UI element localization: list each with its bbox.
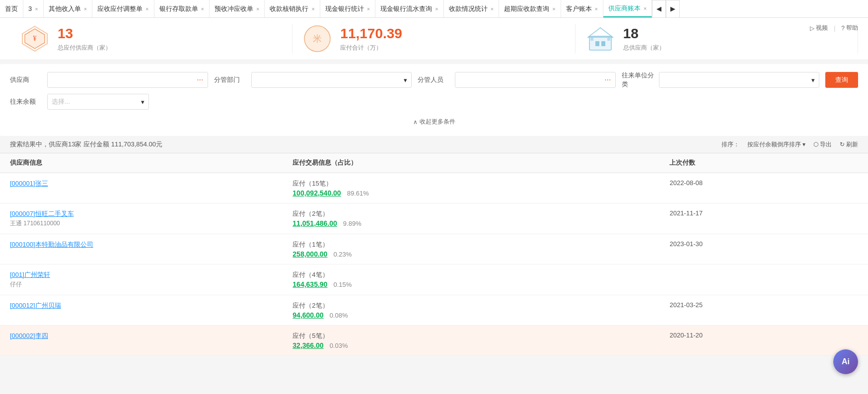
nav-tab-customer-book[interactable]: 客户账本 × <box>561 0 603 17</box>
trans-label: 应付（2笔） <box>292 301 669 310</box>
supplier-cell: [000012]广州贝瑞 <box>10 301 292 310</box>
supplier-cell: [001]广州荣轩 仔仔 <box>10 270 292 289</box>
dept-select[interactable]: ▾ <box>251 72 412 88</box>
last-pay-cell: 2021-03-25 <box>669 301 858 309</box>
stat-payable-amount: 米 11,170.39 应付合计（万） <box>292 24 575 54</box>
svg-rect-7 <box>595 41 599 46</box>
nav-tab-cash-bank-stat[interactable]: 现金银行统计 × <box>320 0 375 17</box>
results-right: 排序： 按应付余额倒序排序 ▾ ⬡ 导出 ↻ 刷新 <box>722 140 858 149</box>
stat-info-total: 18 总供应商（家） <box>623 26 665 52</box>
help-link[interactable]: ? 帮助 <box>841 24 858 32</box>
nav-tab-cash-bank-flow[interactable]: 现金银行流水查询 × <box>375 0 443 17</box>
svg-rect-9 <box>590 38 593 41</box>
trans-amount[interactable]: 32,366.00 <box>292 341 323 349</box>
top-navigation: 首页 3 × 其他收入单 × 应收应付调整单 × 银行存取款单 × 预收冲应收单… <box>0 0 868 18</box>
supplier-link[interactable]: [000007]恒旺二手叉车 <box>10 209 292 218</box>
stat-info-amount: 11,170.39 应付合计（万） <box>340 26 402 52</box>
nav-arrow-right[interactable]: ▶ <box>666 0 680 18</box>
wheat-icon: 米 <box>302 24 332 54</box>
person-label: 分管人员 <box>418 75 455 84</box>
sort-label: 排序： <box>722 140 739 149</box>
stat-amount-number: 11,170.39 <box>340 26 402 42</box>
results-bar: 搜索结果中，供应商13家 应付金额 111,703,854.00元 排序： 按应… <box>0 136 868 153</box>
filter-section: 供应商 ··· 分管部门 ▾ 分管人员 ··· 往来单位分类 ▾ <box>0 64 868 136</box>
nav-tab-home[interactable]: 首页 <box>0 0 23 17</box>
results-summary: 搜索结果中，供应商13家 应付金额 111,703,854.00元 <box>10 140 162 149</box>
trans-percent: 0.15% <box>333 281 352 288</box>
header-supplier: 供应商信息 <box>10 158 292 167</box>
collapse-button[interactable]: ∧ 收起更多条件 <box>10 115 858 129</box>
dept-label: 分管部门 <box>214 75 251 84</box>
filter-dept: 分管部门 ▾ <box>214 72 412 88</box>
supplier-link[interactable]: [000002]李四 <box>10 331 292 340</box>
supplier-input[interactable]: ··· <box>47 72 208 88</box>
close-icon[interactable]: × <box>435 6 438 12</box>
header-transaction: 应付交易信息（占比） <box>292 158 669 167</box>
category-select[interactable]: ▾ <box>659 72 820 88</box>
close-icon[interactable]: × <box>644 5 647 11</box>
question-icon: ? <box>841 25 845 32</box>
sort-arrow-icon: ▾ <box>802 141 805 148</box>
transaction-cell: 应付（2笔） 11,051,486.00 9.89% <box>292 209 669 227</box>
stat-payable-label: 总应付供应商（家） <box>58 44 111 52</box>
collapse-up-icon: ∧ <box>413 119 418 126</box>
transaction-cell: 应付（1笔） 258,000.00 0.23% <box>292 240 669 258</box>
sort-select[interactable]: 按应付余额倒序排序 ▾ <box>747 140 805 149</box>
person-input[interactable]: ··· <box>455 72 616 88</box>
trans-amount[interactable]: 94,600.00 <box>292 311 323 319</box>
supplier-cell: [000001]张三 <box>10 179 292 188</box>
close-icon[interactable]: × <box>145 6 148 12</box>
nav-tab-receipt-verify[interactable]: 收款核销执行 × <box>265 0 320 17</box>
svg-text:米: 米 <box>313 34 322 44</box>
svg-marker-6 <box>588 28 613 37</box>
close-icon[interactable]: × <box>595 6 598 12</box>
stat-info-payable: 13 总应付供应商（家） <box>58 26 111 52</box>
trans-amount[interactable]: 164,635.90 <box>292 280 327 288</box>
nav-tab-receipt-stat[interactable]: 收款情况统计 × <box>444 0 499 17</box>
stat-total-label: 总供应商（家） <box>623 44 665 52</box>
refresh-button[interactable]: ↻ 刷新 <box>840 140 858 149</box>
transaction-cell: 应付（15笔） 100,092,540.00 89.61% <box>292 179 669 197</box>
trans-label: 应付（4笔） <box>292 270 669 279</box>
nav-tab-bank-deposit[interactable]: 银行存取款单 × <box>154 0 210 17</box>
close-icon[interactable]: × <box>311 6 314 12</box>
close-icon[interactable]: × <box>552 6 555 12</box>
supplier-link[interactable]: [000100]本特勤油品有限公司 <box>10 240 292 249</box>
search-button[interactable]: 查询 <box>825 72 858 88</box>
close-icon[interactable]: × <box>256 6 259 12</box>
person-dots-icon: ··· <box>604 75 611 84</box>
video-link[interactable]: ▷ 视频 <box>810 24 828 32</box>
close-icon[interactable]: × <box>201 6 204 12</box>
supplier-link[interactable]: [001]广州荣轩 <box>10 270 292 279</box>
transaction-cell: 应付（2笔） 94,600.00 0.08% <box>292 301 669 319</box>
export-button[interactable]: ⬡ 导出 <box>813 140 832 149</box>
refresh-icon: ↻ <box>840 141 845 148</box>
nav-tab-ar-ap-adjust[interactable]: 应收应付调整单 × <box>92 0 154 17</box>
close-icon[interactable]: × <box>491 6 494 12</box>
close-icon[interactable]: × <box>35 6 38 12</box>
supplier-link[interactable]: [000001]张三 <box>10 179 292 188</box>
table-row: [000007]恒旺二手叉车 王通 17106110000 应付（2笔） 11,… <box>0 203 868 234</box>
nav-tab-3[interactable]: 3 × <box>23 0 44 17</box>
svg-rect-10 <box>607 38 610 41</box>
last-pay-cell: 2021-11-17 <box>669 209 858 217</box>
last-pay-cell: 2022-08-08 <box>669 179 858 187</box>
table-row: [000001]张三 应付（15笔） 100,092,540.00 89.61%… <box>0 173 868 203</box>
trans-amount[interactable]: 258,000.00 <box>292 250 327 258</box>
trans-label: 应付（15笔） <box>292 179 669 188</box>
close-icon[interactable]: × <box>367 6 370 12</box>
balance-select[interactable]: 选择... ▾ <box>47 94 149 110</box>
table-header: 供应商信息 应付交易信息（占比） 上次付数 <box>0 153 868 173</box>
top-right-links: ▷ 视频 | ? 帮助 <box>810 24 858 32</box>
nav-arrow-left[interactable]: ◀ <box>652 0 666 18</box>
nav-tab-overdue-ar[interactable]: 超期应收款查询 × <box>499 0 561 17</box>
supplier-link[interactable]: [000012]广州贝瑞 <box>10 301 292 310</box>
trans-percent: 0.03% <box>330 342 348 349</box>
trans-amount[interactable]: 11,051,486.00 <box>292 219 337 227</box>
nav-tab-prepay-offset[interactable]: 预收冲应收单 × <box>210 0 265 17</box>
trans-label: 应付（5笔） <box>292 331 669 340</box>
close-icon[interactable]: × <box>84 6 87 12</box>
trans-amount[interactable]: 100,092,540.00 <box>292 189 341 197</box>
nav-tab-supplier-book[interactable]: 供应商账本 × <box>603 0 652 17</box>
nav-tab-other-income[interactable]: 其他收入单 × <box>44 0 92 17</box>
